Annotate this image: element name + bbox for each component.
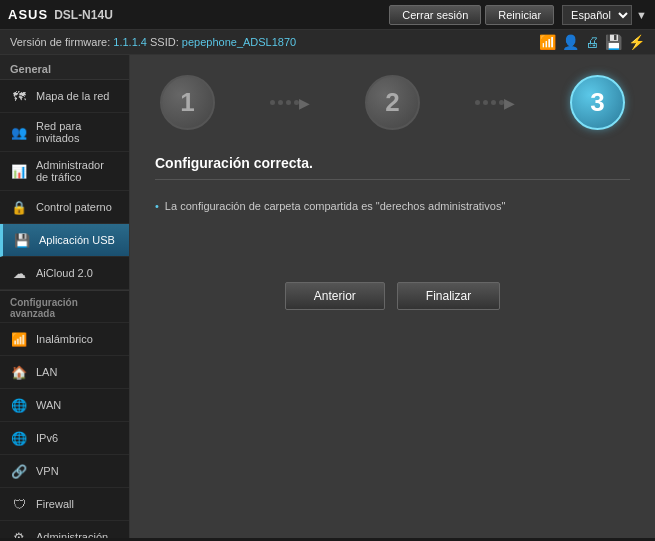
- step-2: 2: [365, 75, 420, 130]
- logout-button[interactable]: Cerrar sesión: [389, 5, 481, 25]
- dot: [475, 100, 480, 105]
- wizard-steps: 1 ▶ 2 ▶: [130, 55, 655, 145]
- ipv6-icon: 🌐: [10, 429, 28, 447]
- step-1-number: 1: [180, 87, 194, 118]
- map-icon: 🗺: [10, 87, 28, 105]
- step-arrow-2: ▶: [420, 95, 570, 111]
- header: ASUS DSL-N14U Cerrar sesión Reiniciar Es…: [0, 0, 655, 30]
- sidebar-label-ipv6: IPv6: [36, 432, 58, 444]
- status-icons: 📶 👤 🖨 💾 ⚡: [539, 34, 645, 50]
- step-1: 1: [160, 75, 215, 130]
- sidebar-item-admin-trafico[interactable]: 📊 Administrador de tráfico: [0, 152, 129, 191]
- sidebar-item-mapa-red[interactable]: 🗺 Mapa de la red: [0, 80, 129, 113]
- sidebar-item-red-invitados[interactable]: 👥 Red para invitados: [0, 113, 129, 152]
- dot: [483, 100, 488, 105]
- sidebar-item-vpn[interactable]: 🔗 VPN: [0, 455, 129, 488]
- ssid-value: pepephone_ADSL1870: [182, 36, 296, 48]
- usb-icon: 💾: [605, 34, 622, 50]
- sidebar-item-aicloud[interactable]: ☁ AiCloud 2.0: [0, 257, 129, 290]
- sidebar-label-red-invitados: Red para invitados: [36, 120, 119, 144]
- sidebar-label-vpn: VPN: [36, 465, 59, 477]
- step-3: 3: [570, 75, 625, 130]
- sidebar-item-app-usb[interactable]: 💾 Aplicación USB: [0, 224, 129, 257]
- content-area: 1 ▶ 2 ▶: [130, 55, 655, 538]
- config-title: Configuración correcta.: [155, 155, 630, 180]
- config-message-text: La configuración de carpeta compartida e…: [165, 200, 505, 212]
- lan-icon: 🏠: [10, 363, 28, 381]
- ssid-prefix: SSID:: [150, 36, 179, 48]
- cloud-icon: ☁: [10, 264, 28, 282]
- config-content: Configuración correcta. • La configuraci…: [130, 145, 655, 237]
- sidebar-item-firewall[interactable]: 🛡 Firewall: [0, 488, 129, 521]
- wireless-icon: 📶: [10, 330, 28, 348]
- firmware-version[interactable]: 1.1.1.4: [113, 36, 147, 48]
- admin-icon: ⚙: [10, 528, 28, 538]
- sidebar-label-control-paterno: Control paterno: [36, 201, 112, 213]
- sidebar-item-administracion[interactable]: ⚙ Administración: [0, 521, 129, 538]
- language-dropdown[interactable]: Español English: [562, 5, 632, 25]
- step-arrow-1: ▶: [215, 95, 365, 111]
- sidebar-label-lan: LAN: [36, 366, 57, 378]
- language-selector[interactable]: Español English ▼: [562, 5, 647, 25]
- restart-button[interactable]: Reiniciar: [485, 5, 554, 25]
- firewall-icon: 🛡: [10, 495, 28, 513]
- vpn-icon: 🔗: [10, 462, 28, 480]
- guests-icon: 👥: [10, 123, 28, 141]
- sidebar-label-mapa-red: Mapa de la red: [36, 90, 109, 102]
- asus-logo: ASUS: [8, 7, 48, 22]
- firmware-prefix: Versión de firmware:: [10, 36, 110, 48]
- firmware-bar: Versión de firmware: 1.1.1.4 SSID: pepep…: [0, 30, 655, 55]
- header-buttons: Cerrar sesión Reiniciar: [389, 5, 554, 25]
- sidebar-item-inalambrico[interactable]: 📶 Inalámbrico: [0, 323, 129, 356]
- wifi-icon: 📶: [539, 34, 556, 50]
- logo-area: ASUS DSL-N14U: [8, 7, 389, 22]
- sidebar-label-app-usb: Aplicación USB: [39, 234, 115, 246]
- arrow-head: ▶: [504, 95, 515, 111]
- sidebar-item-lan[interactable]: 🏠 LAN: [0, 356, 129, 389]
- user-icon: 👤: [562, 34, 579, 50]
- sidebar-label-admin-trafico: Administrador de tráfico: [36, 159, 119, 183]
- wan-icon: 🌐: [10, 396, 28, 414]
- dot: [491, 100, 496, 105]
- sidebar-item-wan[interactable]: 🌐 WAN: [0, 389, 129, 422]
- dot: [286, 100, 291, 105]
- dot: [270, 100, 275, 105]
- main-layout: General 🗺 Mapa de la red 👥 Red para invi…: [0, 55, 655, 538]
- arrow-dots-2: [475, 100, 504, 105]
- chevron-down-icon: ▼: [636, 9, 647, 21]
- firmware-info: Versión de firmware: 1.1.1.4 SSID: pepep…: [10, 36, 296, 48]
- traffic-icon: 📊: [10, 162, 28, 180]
- sidebar-label-aicloud: AiCloud 2.0: [36, 267, 93, 279]
- config-message: • La configuración de carpeta compartida…: [155, 195, 630, 217]
- step-2-number: 2: [385, 87, 399, 118]
- usb-app-icon: 💾: [13, 231, 31, 249]
- sidebar: General 🗺 Mapa de la red 👥 Red para invi…: [0, 55, 130, 538]
- previous-button[interactable]: Anterior: [285, 282, 385, 310]
- sidebar-label-firewall: Firewall: [36, 498, 74, 510]
- sidebar-item-ipv6[interactable]: 🌐 IPv6: [0, 422, 129, 455]
- general-section-title: General: [0, 55, 129, 80]
- arrow-dots-1: [270, 100, 299, 105]
- sidebar-item-control-paterno[interactable]: 🔒 Control paterno: [0, 191, 129, 224]
- connection-icon: ⚡: [628, 34, 645, 50]
- bullet-icon: •: [155, 200, 159, 212]
- step-3-number: 3: [590, 87, 604, 118]
- model-name: DSL-N14U: [54, 8, 113, 22]
- sidebar-label-wan: WAN: [36, 399, 61, 411]
- advanced-section-title: Configuración avanzada: [0, 290, 129, 323]
- sidebar-label-inalambrico: Inalámbrico: [36, 333, 93, 345]
- printer-icon: 🖨: [585, 34, 599, 50]
- finish-button[interactable]: Finalizar: [397, 282, 500, 310]
- arrow-head: ▶: [299, 95, 310, 111]
- parental-icon: 🔒: [10, 198, 28, 216]
- dot: [278, 100, 283, 105]
- wizard-buttons: Anterior Finalizar: [130, 267, 655, 325]
- sidebar-label-administracion: Administración: [36, 531, 108, 538]
